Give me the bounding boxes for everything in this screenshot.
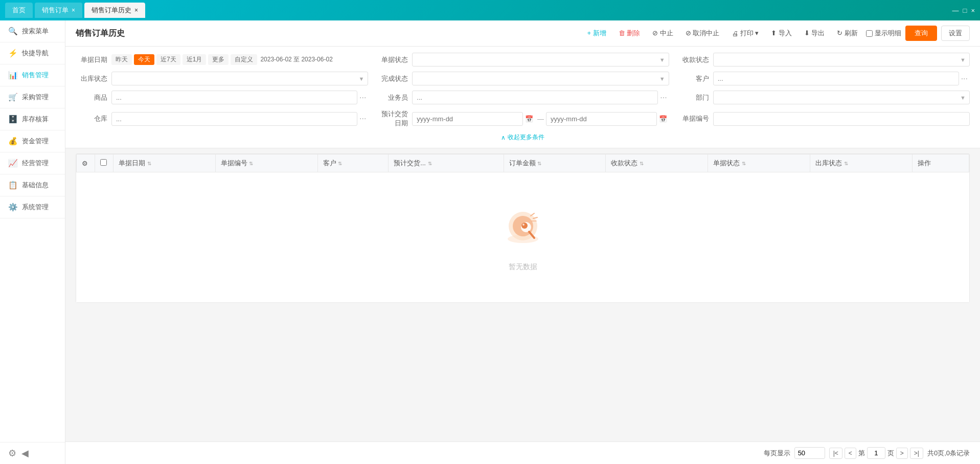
sort-amount-icon: ⇅ [537, 161, 541, 166]
tab-sales-history[interactable]: 销售订单历史 × [84, 3, 145, 18]
salesperson-dots-icon[interactable]: ··· [658, 93, 669, 102]
export-button[interactable]: ⬇ 导出 [800, 27, 829, 40]
date-tag-more[interactable]: 更多 [208, 54, 229, 65]
page-number-input[interactable] [867, 447, 885, 459]
goods-input[interactable] [111, 91, 357, 104]
maximize-icon[interactable]: □ [963, 7, 967, 14]
calendar-start-icon[interactable]: 📅 [523, 115, 535, 123]
calendar-end-icon[interactable]: 📅 [657, 115, 669, 123]
page-prev-button[interactable]: < [845, 448, 856, 459]
tab-sales-order[interactable]: 销售订单 × [35, 3, 82, 18]
page-label-prefix: 第 [858, 449, 865, 458]
print-button[interactable]: 🖨 🖨 打印 打印 ▾ [728, 27, 763, 40]
footer: 每页显示 50 10 20 100 |< < 第 页 > >| 共0页,0条记录 [65, 441, 980, 464]
th-check[interactable] [95, 154, 113, 172]
th-docnum[interactable]: 单据编号 ⇅ [215, 154, 317, 172]
sidebar-item-quicknav[interactable]: ⚡ 快捷导航 [0, 42, 65, 64]
refresh-button[interactable]: ↻ 刷新 [833, 27, 862, 40]
sidebar-item-inventory[interactable]: 🗄️ 库存核算 [0, 108, 65, 130]
set-button[interactable]: 设置 [941, 26, 970, 41]
sidebar-item-basic[interactable]: 📋 基础信息 [0, 174, 65, 196]
query-button[interactable]: 查询 [905, 26, 937, 41]
page-last-button[interactable]: >| [910, 448, 923, 459]
payment-select[interactable] [713, 53, 970, 67]
tab-sales-history-label: 销售订单历史 [92, 6, 131, 15]
stop-button[interactable]: ⊘ 中止 [648, 27, 677, 40]
th-date-label: 单据日期 [119, 159, 145, 167]
warehouse-input[interactable] [111, 112, 357, 126]
th-amount[interactable]: 订单金额 ⇅ [504, 154, 606, 172]
delivery-end-input[interactable] [546, 112, 657, 126]
sidebar-item-finance[interactable]: 💰 资金管理 [0, 130, 65, 152]
date-separator: — [535, 115, 546, 123]
filter-col-complete: 完成状态 ▼ [376, 72, 669, 85]
customer-input[interactable] [713, 72, 959, 85]
delete-button[interactable]: 🗑 删除 [614, 27, 645, 40]
filter-col-goods: 商品 ··· [76, 91, 368, 104]
sidebar-item-sales[interactable]: 📊 销售管理 [0, 64, 65, 86]
status-select[interactable] [412, 53, 669, 67]
display-label: 显示明细 [875, 29, 901, 38]
th-payment-status-label: 收款状态 [611, 159, 637, 167]
delivery-start-input[interactable] [412, 112, 523, 126]
sidebar-item-operation[interactable]: 📈 经营管理 [0, 152, 65, 174]
delivery-label: 预计交货日期 [376, 109, 412, 128]
th-doc-status[interactable]: 单据状态 ⇅ [708, 154, 810, 172]
sidebar-collapse-icon[interactable]: ◀ [21, 448, 29, 459]
toolbar: + 新增 🗑 删除 ⊘ 中止 ⊘ 取消中止 🖨 🖨 打印 打印 ▾ ⬆ 导入 ⬇… [583, 26, 970, 41]
empty-text: 暂无数据 [509, 262, 537, 272]
minimize-icon[interactable]: — [952, 7, 959, 14]
th-customer[interactable]: 客户 ⇅ [317, 154, 388, 172]
close-icon[interactable]: × [971, 7, 975, 14]
tab-sales-history-close[interactable]: × [134, 7, 138, 14]
select-all-checkbox[interactable] [100, 159, 107, 166]
dept-select[interactable] [713, 91, 970, 104]
complete-select[interactable] [412, 72, 669, 85]
filter-area: 单据日期 昨天 今天 近7天 近1月 更多 自定义 2023-06-02 至 2… [65, 47, 980, 148]
page-first-button[interactable]: |< [829, 448, 842, 459]
sidebar-bottom: ⚙ ◀ [0, 442, 65, 464]
new-button[interactable]: + 新增 [583, 27, 610, 40]
sidebar: 🔍 搜索菜单 ⚡ 快捷导航 📊 销售管理 🛒 采购管理 🗄️ 库存核算 💰 资金… [0, 20, 65, 464]
import-button[interactable]: ⬆ 导入 [767, 27, 796, 40]
warehouse-out-select[interactable] [111, 72, 368, 85]
th-date[interactable]: 单据日期 ⇅ [113, 154, 216, 172]
date-tag-yesterday[interactable]: 昨天 [111, 54, 132, 65]
goods-dots-icon[interactable]: ··· [357, 93, 368, 102]
date-tag-1month[interactable]: 近1月 [183, 54, 207, 65]
page-label-suffix: 页 [887, 449, 894, 458]
sidebar-item-purchase[interactable]: 🛒 采购管理 [0, 86, 65, 108]
th-action: 操作 [912, 154, 969, 172]
display-checkbox[interactable] [866, 30, 873, 37]
tab-sales-order-close[interactable]: × [72, 7, 75, 14]
customer-dots-icon[interactable]: ··· [959, 74, 970, 83]
th-payment-status[interactable]: 收款状态 ⇅ [606, 154, 708, 172]
th-warehouse-out[interactable]: 出库状态 ⇅ [810, 154, 913, 172]
salesperson-input[interactable] [412, 91, 658, 104]
tab-home[interactable]: 首页 [5, 3, 33, 18]
sidebar-settings-icon[interactable]: ⚙ [8, 448, 16, 459]
sort-date-icon: ⇅ [147, 161, 151, 166]
display-check[interactable]: 显示明细 [866, 29, 901, 38]
filter-col-docnum: 单据编号 [677, 112, 970, 126]
th-delivery[interactable]: 预计交货... ⇅ [389, 154, 504, 172]
date-tag-today[interactable]: 今天 [134, 54, 154, 65]
tab-home-label: 首页 [12, 6, 26, 15]
warehouse-out-label: 出库状态 [76, 74, 111, 83]
page-next-button[interactable]: > [896, 448, 908, 459]
sidebar-item-search[interactable]: 🔍 搜索菜单 [0, 20, 65, 42]
basic-icon: 📋 [8, 181, 18, 190]
cancel-button[interactable]: ⊘ 取消中止 [681, 27, 724, 40]
collapse-row[interactable]: ∧ 收起更多条件 [76, 133, 970, 142]
sidebar-item-finance-label: 资金管理 [22, 137, 49, 146]
sidebar-item-system[interactable]: ⚙️ 系统管理 [0, 196, 65, 218]
th-gear[interactable]: ⚙ [77, 154, 95, 172]
sidebar-item-inventory-label: 库存核算 [22, 115, 49, 124]
per-page-select[interactable]: 50 10 20 100 [794, 447, 825, 459]
date-tag-custom[interactable]: 自定义 [231, 54, 257, 65]
date-tag-7days[interactable]: 近7天 [156, 54, 180, 65]
warehouse-dots-icon[interactable]: ··· [357, 114, 368, 123]
goods-label: 商品 [76, 93, 111, 102]
docnum-input[interactable] [713, 112, 970, 126]
th-action-label: 操作 [918, 159, 931, 167]
